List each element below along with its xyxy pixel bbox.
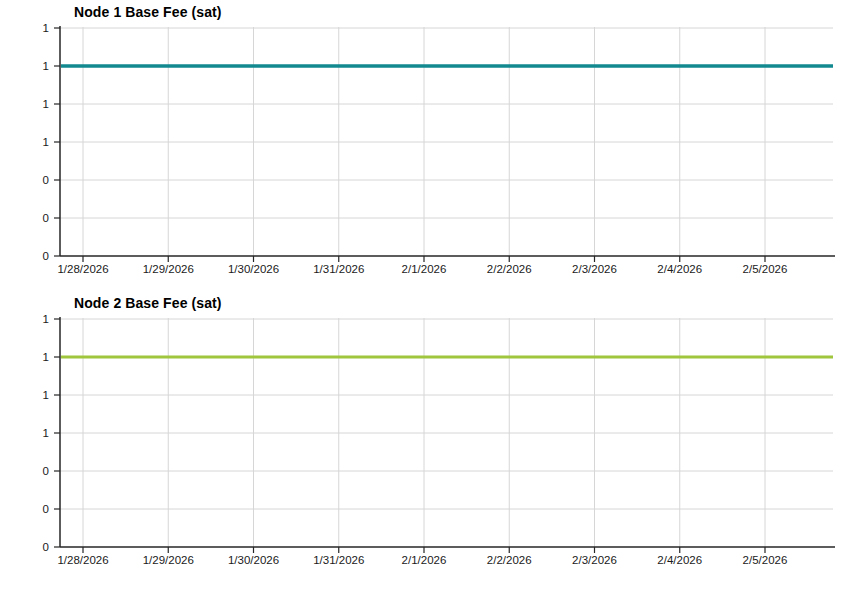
x-tick-label: 1/30/2026 xyxy=(228,554,279,566)
x-tick-label: 2/2/2026 xyxy=(487,554,532,566)
chart-plot-area: 00011111/28/20261/29/20261/30/20261/31/2… xyxy=(0,291,860,600)
x-tick-label: 2/4/2026 xyxy=(657,263,702,275)
x-tick-label: 2/5/2026 xyxy=(743,263,788,275)
y-tick-label: 0 xyxy=(43,174,49,186)
chart-node-2-base-fee: Node 2 Base Fee (sat) 00011111/28/20261/… xyxy=(0,291,860,600)
y-tick-label: 1 xyxy=(43,22,49,34)
x-tick-label: 1/30/2026 xyxy=(228,263,279,275)
y-tick-label: 0 xyxy=(43,503,49,515)
x-tick-label: 1/28/2026 xyxy=(57,263,108,275)
chart-plot-area: 00011111/28/20261/29/20261/30/20261/31/2… xyxy=(0,0,860,291)
charts-canvas: Node 1 Base Fee (sat) 00011111/28/20261/… xyxy=(0,0,860,600)
x-tick-label: 1/29/2026 xyxy=(143,554,194,566)
x-tick-label: 2/2/2026 xyxy=(487,263,532,275)
y-tick-label: 1 xyxy=(43,136,49,148)
x-tick-label: 2/5/2026 xyxy=(743,554,788,566)
y-tick-label: 0 xyxy=(43,541,49,553)
y-tick-label: 0 xyxy=(43,465,49,477)
x-tick-label: 2/3/2026 xyxy=(572,554,617,566)
x-tick-label: 1/31/2026 xyxy=(313,263,364,275)
y-tick-label: 1 xyxy=(43,313,49,325)
y-tick-label: 1 xyxy=(43,98,49,110)
y-tick-label: 1 xyxy=(43,427,49,439)
x-tick-label: 2/1/2026 xyxy=(402,263,447,275)
x-tick-label: 1/31/2026 xyxy=(313,554,364,566)
x-tick-label: 2/3/2026 xyxy=(572,263,617,275)
x-tick-label: 1/28/2026 xyxy=(57,554,108,566)
chart-node-1-base-fee: Node 1 Base Fee (sat) 00011111/28/20261/… xyxy=(0,0,860,291)
x-tick-label: 2/4/2026 xyxy=(657,554,702,566)
y-tick-label: 1 xyxy=(43,389,49,401)
y-tick-label: 1 xyxy=(43,60,49,72)
x-tick-label: 1/29/2026 xyxy=(143,263,194,275)
x-tick-label: 2/1/2026 xyxy=(402,554,447,566)
y-tick-label: 1 xyxy=(43,351,49,363)
y-tick-label: 0 xyxy=(43,212,49,224)
y-tick-label: 0 xyxy=(43,250,49,262)
